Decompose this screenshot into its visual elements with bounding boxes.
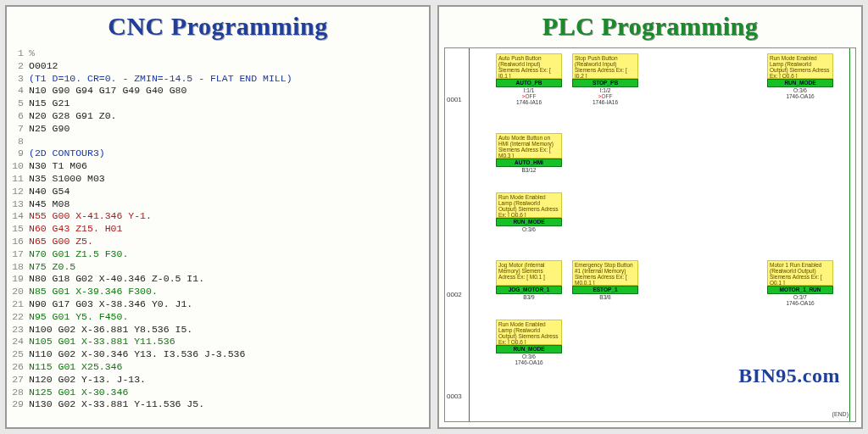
line-number: 29 [10,398,29,411]
ladder-element: Jog Motor (Internal Memory) Siemens Adre… [496,260,562,300]
code-line: 25N110 G02 X-30.346 Y13. I3.536 J-3.536 [10,348,426,361]
rung-number: 0002 [447,291,462,298]
line-number: 19 [10,273,29,286]
code-line: 7N25 G90 [10,123,426,136]
code-line: 26N115 G01 X25.346 [10,361,426,374]
element-tag: RUN_MODE [767,79,833,87]
element-note: 1746-OA16 [767,93,833,99]
element-address: O:3/6 [767,87,833,93]
code-line: 2O0012 [10,60,426,73]
ladder-element: Auto Mode Button on HMI (Internal Memory… [496,133,562,173]
code-line: 28N125 G01 X-30.346 [10,387,426,399]
code-text: N85 G01 X-39.346 F300. [29,286,158,298]
element-address: O:3/6 [496,353,562,359]
code-line: 14N55 G00 X-41.346 Y-1. [10,210,426,223]
code-text: N115 G01 X25.346 [29,361,122,374]
element-description: Emergency Stop Button #1 (Internal Memor… [572,260,638,286]
code-line: 10N30 T1 M06 [10,160,426,173]
code-line: 29N130 G02 X-33.881 Y-11.536 J5. [10,398,426,411]
code-text: N20 G28 G91 Z0. [29,110,117,123]
code-line: 23N100 G02 X-36.881 Y8.536 I5. [10,324,426,337]
code-line: 15N60 G43 Z15. H01 [10,223,426,236]
code-line: 9(2D CONTOUR3) [10,147,426,160]
code-line: 1% [10,47,426,60]
line-number: 23 [10,324,29,337]
rung-number: 0003 [447,392,462,400]
element-description: Run Mode Enabled Lamp (Realworld Output)… [496,192,562,218]
code-line: 12N40 G54 [10,186,426,198]
line-number: 20 [10,286,29,298]
element-tag: STOP_PB [572,79,638,87]
plc-panel: PLC Programming BIN95.com (END) 00010002… [437,5,863,429]
end-label: (END) [832,411,849,417]
line-number: 27 [10,374,29,387]
code-line: 17N70 G01 Z1.5 F30. [10,248,426,261]
element-state: >OFF [496,93,562,99]
element-note: 1746-IA16 [572,99,638,105]
ladder-element: Run Mode Enabled Lamp (Realworld Output)… [767,53,833,99]
code-text: (T1 D=10. CR=0. - ZMIN=-14.5 - FLAT END … [29,73,292,86]
line-number: 6 [10,110,29,123]
brand-label: BIN95.com [738,364,840,387]
line-number: 25 [10,348,29,361]
ladder-element: Auto Push Button (Realworld Input) Sieme… [496,53,562,105]
code-line: 8 [10,136,426,148]
line-number: 12 [10,186,29,198]
ladder-element: Emergency Stop Button #1 (Internal Memor… [572,260,638,300]
code-line: 4N10 G90 G94 G17 G49 G40 G80 [10,85,426,97]
line-number: 28 [10,387,29,399]
element-tag: ESTOP_1 [572,286,638,294]
code-text: (2D CONTOUR3) [29,147,105,160]
element-description: Run Mode Enabled Lamp (Realworld Output)… [767,53,833,79]
code-line: 18N75 Z0.5 [10,261,426,274]
code-text: N105 G01 X-33.881 Y11.536 [29,336,175,348]
code-text: N125 G01 X-30.346 [29,387,128,399]
code-line: 11N35 S1000 M03 [10,173,426,186]
plc-ladder-diagram: BIN95.com (END) 000100020003Auto Push Bu… [444,47,856,422]
line-number: 16 [10,236,29,248]
line-number: 22 [10,311,29,324]
code-text: N70 G01 Z1.5 F30. [29,248,128,261]
code-text: N75 Z0.5 [29,261,75,274]
element-note: 1746-IA16 [496,99,562,105]
element-address: B3/9 [496,294,562,300]
element-note: 1746-OA16 [496,359,562,365]
element-tag: RUN_MODE [496,345,562,353]
cnc-code-listing: 1%2O00123(T1 D=10. CR=0. - ZMIN=-14.5 - … [7,47,429,427]
element-tag: AUTO_HMI [496,159,562,167]
line-number: 1 [10,47,29,60]
element-description: Jog Motor (Internal Memory) Siemens Adre… [496,260,562,286]
element-state: >OFF [572,93,638,99]
cnc-panel: CNC Programming 1%2O00123(T1 D=10. CR=0.… [5,5,431,429]
line-number: 2 [10,60,29,73]
code-text: N90 G17 G03 X-38.346 Y0. J1. [29,298,192,311]
element-tag: AUTO_PB [496,79,562,87]
line-number: 4 [10,85,29,97]
line-number: 26 [10,361,29,374]
code-text: N95 G01 Y5. F450. [29,311,128,324]
element-description: Motor 1 Run Enabled (Realworld Output) S… [767,260,833,286]
line-number: 17 [10,248,29,261]
code-text: N40 G54 [29,186,70,198]
element-address: B3/12 [496,167,562,173]
code-line: 22N95 G01 Y5. F450. [10,311,426,324]
element-address: O:3/6 [496,226,562,232]
line-number: 9 [10,147,29,160]
element-note: 1746-OA16 [767,300,833,306]
line-number: 5 [10,97,29,110]
code-text: N60 G43 Z15. H01 [29,223,122,236]
ladder-rail-left [469,48,470,421]
ladder-element: Run Mode Enabled Lamp (Realworld Output)… [496,320,562,365]
code-line: 20N85 G01 X-39.346 F300. [10,286,426,298]
line-number: 15 [10,223,29,236]
line-number: 21 [10,298,29,311]
element-description: Stop Push Button (Realworld Input) Sieme… [572,53,638,79]
line-number: 8 [10,136,29,148]
code-text: N110 G02 X-30.346 Y13. I3.536 J-3.536 [29,348,245,361]
code-text: N45 M08 [29,198,70,211]
element-tag: JOG_MOTOR_1 [496,286,562,294]
code-text: N30 T1 M06 [29,160,87,173]
line-number: 14 [10,210,29,223]
code-line: 19N80 G18 G02 X-40.346 Z-0.5 I1. [10,273,426,286]
element-address: O:3/7 [767,294,833,300]
